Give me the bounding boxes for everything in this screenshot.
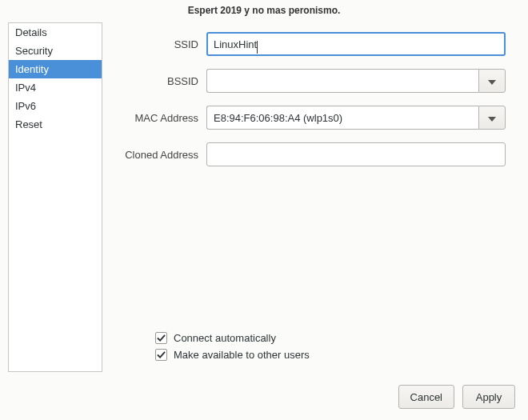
sidebar-item-identity[interactable]: Identity	[9, 60, 102, 78]
row-bssid: BSSID	[117, 69, 506, 93]
settings-window: Espert 2019 y no mas peronismo. Details …	[0, 0, 528, 420]
footer-buttons: Cancel Apply	[0, 377, 528, 420]
check-icon	[157, 350, 166, 359]
label-cloned: Cloned Address	[117, 149, 206, 161]
check-connect-auto[interactable]: Connect automatically	[155, 332, 506, 344]
mac-combo	[206, 106, 506, 130]
cloned-input[interactable]	[206, 142, 506, 166]
cancel-button[interactable]: Cancel	[398, 385, 454, 409]
sidebar: Details Security Identity IPv4 IPv6 Rese…	[8, 22, 102, 372]
row-ssid: SSID LinuxHint	[117, 32, 506, 56]
label-ssid: SSID	[117, 38, 206, 50]
label-mac: MAC Address	[117, 112, 206, 124]
row-cloned: Cloned Address	[117, 142, 506, 166]
chevron-down-icon	[488, 75, 496, 87]
check-shared[interactable]: Make available to other users	[155, 349, 506, 361]
apply-button[interactable]: Apply	[462, 385, 515, 409]
field-ssid-wrap: LinuxHint	[206, 32, 506, 56]
window-title: Espert 2019 y no mas peronismo.	[0, 0, 528, 22]
sidebar-item-ipv6[interactable]: IPv6	[9, 97, 102, 115]
ssid-input[interactable]: LinuxHint	[206, 32, 506, 56]
bssid-input[interactable]	[206, 69, 478, 93]
mac-input[interactable]	[206, 106, 478, 130]
content-pane: SSID LinuxHint BSSID	[102, 22, 520, 372]
label-bssid: BSSID	[117, 75, 206, 87]
sidebar-item-ipv4[interactable]: IPv4	[9, 78, 102, 97]
form-rows: SSID LinuxHint BSSID	[117, 22, 506, 179]
bssid-dropdown-button[interactable]	[478, 69, 506, 93]
field-cloned-wrap	[206, 142, 506, 166]
sidebar-item-security[interactable]: Security	[9, 42, 102, 60]
check-icon	[157, 334, 166, 342]
checkbox-shared	[155, 349, 167, 361]
sidebar-item-details[interactable]: Details	[9, 23, 102, 42]
check-shared-label: Make available to other users	[174, 349, 310, 361]
window-body: Details Security Identity IPv4 IPv6 Rese…	[0, 22, 528, 377]
mac-dropdown-button[interactable]	[478, 106, 506, 130]
checkbox-auto	[155, 332, 167, 344]
check-section: Connect automatically Make available to …	[117, 332, 506, 372]
row-mac: MAC Address	[117, 106, 506, 130]
chevron-down-icon	[488, 112, 496, 124]
ssid-value: LinuxHint	[214, 38, 257, 50]
bssid-combo	[206, 69, 506, 93]
sidebar-item-reset[interactable]: Reset	[9, 115, 102, 134]
check-auto-label: Connect automatically	[174, 332, 276, 344]
